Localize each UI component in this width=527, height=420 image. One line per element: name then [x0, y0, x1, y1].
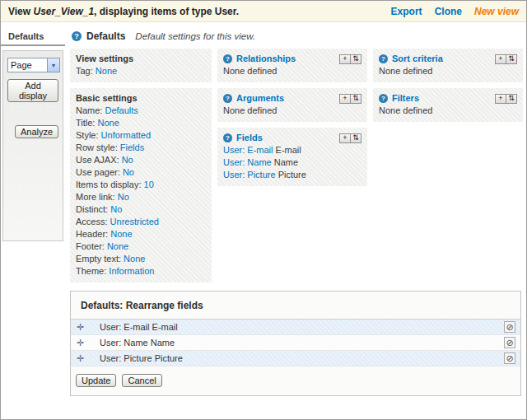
field-link[interactable]: User: Picture: [223, 170, 276, 180]
rearrange-actions: Update Cancel: [71, 366, 520, 395]
field-label-suffix: Name: [272, 157, 298, 167]
rearrange-row-label: User: Name Name: [100, 338, 504, 348]
drag-handle-icon[interactable]: ✛: [77, 338, 88, 348]
export-link[interactable]: Export: [391, 6, 422, 17]
column-right: ? Sort criteria + ⇅ None defined ? Filte…: [373, 49, 523, 122]
setting-row: Name: Defaults: [76, 105, 206, 117]
setting-row: Footer: None: [76, 240, 206, 253]
rearrange-row[interactable]: ✛ User: Picture Picture ⊘: [71, 351, 520, 366]
clone-link[interactable]: Clone: [435, 6, 462, 17]
header-links: Export Clone New view: [391, 6, 519, 17]
relationships-title-link[interactable]: Relationships: [236, 53, 296, 65]
setting-row: Title: None: [76, 117, 206, 129]
rearrange-arguments-button[interactable]: ⇅: [350, 94, 361, 104]
help-icon[interactable]: ?: [223, 133, 232, 142]
new-view-link[interactable]: New view: [474, 6, 519, 17]
rearrange-relationships-button[interactable]: ⇅: [350, 54, 361, 64]
field-item: User: Picture Picture: [223, 169, 361, 181]
relationships-bucket: ? Relationships + ⇅ None defined: [217, 49, 367, 82]
setting-value-link[interactable]: No: [122, 155, 133, 165]
setting-value-link[interactable]: None: [107, 241, 128, 251]
arguments-title-link[interactable]: Arguments: [236, 92, 284, 105]
rearrange-rows: ✛ User: E-mail E-mail ⊘ ✛ User: Name Nam…: [71, 319, 520, 366]
setting-value-link[interactable]: Defaults: [105, 105, 138, 115]
rearrange-row[interactable]: ✛ User: Name Name ⊘: [71, 335, 520, 351]
setting-value-link[interactable]: No: [123, 167, 134, 177]
add-filter-button[interactable]: +: [495, 94, 506, 104]
setting-row: Tag: None: [76, 65, 206, 77]
setting-row: More link: No: [76, 191, 206, 203]
setting-label: Use AJAX:: [76, 155, 119, 165]
content-area: Defaults Page ▼ Add display Analyze ? De…: [1, 22, 526, 396]
cancel-button[interactable]: Cancel: [122, 374, 161, 387]
setting-label: Row style:: [76, 142, 118, 152]
setting-value-link[interactable]: None: [110, 229, 132, 239]
field-label-suffix: E-mail: [273, 145, 301, 155]
drag-handle-icon[interactable]: ✛: [77, 353, 88, 364]
display-type-select-value: Page: [8, 58, 47, 72]
remove-field-icon[interactable]: ⊘: [504, 352, 515, 364]
view-title-prefix: View: [8, 6, 33, 17]
analyze-button[interactable]: Analyze: [15, 125, 58, 138]
setting-row: Style: Unformatted: [76, 129, 206, 142]
rearrange-row[interactable]: ✛ User: E-mail E-mail ⊘: [71, 320, 520, 335]
rearrange-fields-button[interactable]: ⇅: [350, 133, 361, 143]
setting-value-link[interactable]: Unformatted: [101, 130, 152, 140]
setting-value-link[interactable]: No: [110, 204, 122, 214]
add-field-button[interactable]: +: [339, 133, 351, 143]
views-admin-page: View User_View_1, displaying items of ty…: [0, 0, 527, 420]
rearrange-sorts-button[interactable]: ⇅: [506, 54, 517, 64]
add-relationship-button[interactable]: +: [339, 54, 351, 64]
display-heading-title: Defaults: [86, 30, 125, 42]
setting-label: Header:: [76, 229, 108, 239]
setting-label: Tag:: [76, 66, 93, 76]
setting-value-link[interactable]: None: [96, 66, 117, 76]
setting-row: Use AJAX: No: [76, 154, 206, 166]
rearrange-filters-button[interactable]: ⇅: [506, 94, 517, 104]
setting-value-link[interactable]: Unrestricted: [110, 217, 159, 226]
setting-value-link[interactable]: 10: [144, 180, 154, 189]
add-argument-button[interactable]: +: [339, 94, 351, 104]
setting-value-link[interactable]: None: [124, 254, 145, 264]
remove-field-icon[interactable]: ⊘: [504, 337, 515, 348]
filters-title-link[interactable]: Filters: [392, 92, 419, 105]
add-display-button[interactable]: Add display: [7, 79, 58, 102]
fields-bucket: ? Fields + ⇅ User: E-mail E-mail User: N…: [217, 128, 367, 186]
field-link[interactable]: User: Name: [223, 157, 272, 167]
help-icon[interactable]: ?: [379, 94, 388, 103]
view-header-bar: View User_View_1, displaying items of ty…: [1, 1, 526, 22]
display-sidebar: Defaults Page ▼ Add display Analyze: [1, 27, 65, 396]
help-icon[interactable]: ?: [379, 54, 388, 63]
update-button[interactable]: Update: [76, 374, 116, 387]
remove-field-icon[interactable]: ⊘: [504, 321, 515, 333]
setting-row: Access: Unrestricted: [76, 216, 206, 228]
display-type-select[interactable]: Page ▼: [7, 58, 60, 72]
add-sort-button[interactable]: +: [495, 54, 506, 64]
setting-value-link[interactable]: No: [118, 192, 129, 202]
drag-handle-icon[interactable]: ✛: [77, 322, 88, 333]
sort-criteria-bucket: ? Sort criteria + ⇅ None defined: [373, 49, 523, 82]
empty-text: None defined: [223, 105, 361, 117]
settings-columns: View settings Tag: None Basic settings N…: [70, 49, 523, 282]
help-icon[interactable]: ?: [223, 94, 232, 103]
fields-header: ? Fields + ⇅: [223, 132, 361, 144]
column-middle: ? Relationships + ⇅ None defined ? Argum…: [217, 49, 367, 186]
field-link[interactable]: User: E-mail: [223, 145, 273, 155]
setting-value-link[interactable]: Information: [109, 266, 154, 276]
sort-criteria-title-link[interactable]: Sort criteria: [392, 53, 443, 65]
setting-label: Access:: [76, 217, 108, 226]
tab-defaults[interactable]: Defaults: [1, 27, 65, 46]
setting-value-link[interactable]: Fields: [120, 142, 144, 152]
field-item: User: E-mail E-mail: [223, 144, 361, 156]
relationships-header: ? Relationships + ⇅: [223, 53, 361, 65]
fields-title-link[interactable]: Fields: [236, 132, 263, 144]
help-icon[interactable]: ?: [223, 54, 232, 63]
view-title: View User_View_1, displaying items of ty…: [8, 6, 391, 17]
field-label-suffix: Picture: [276, 170, 306, 180]
setting-value-link[interactable]: None: [98, 118, 119, 128]
display-heading-description: Default settings for this view.: [135, 31, 255, 41]
rearrange-row-label: User: Picture Picture: [100, 353, 504, 363]
help-icon[interactable]: ?: [72, 31, 82, 41]
filters-header: ? Filters + ⇅: [379, 92, 517, 105]
basic-settings-title: Basic settings: [76, 92, 206, 105]
